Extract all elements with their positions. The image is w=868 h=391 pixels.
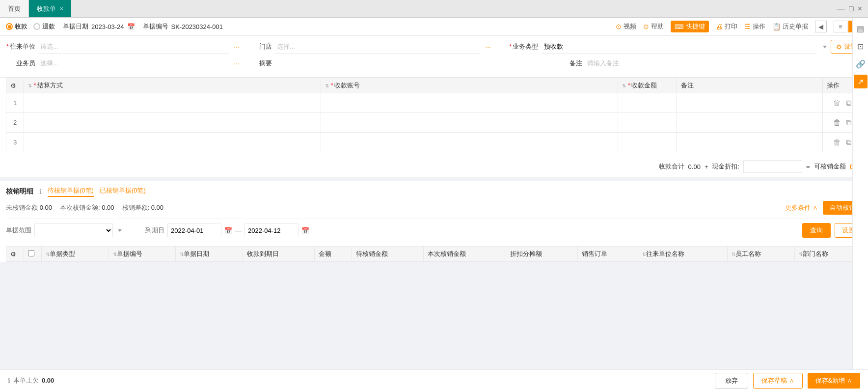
copy-icon[interactable]: ⧉ <box>844 99 853 107</box>
row-remark-1[interactable] <box>677 93 823 113</box>
window-maximize-icon[interactable]: □ <box>849 4 854 13</box>
data-table: ⚙ ⇅ *结算方式 ⇅ *收款账号 ⇅ *收款金额 备注 操作 <box>6 78 862 152</box>
btcol-dept: ⇅部门名称 <box>795 247 862 262</box>
sidebar-grid-icon[interactable]: ⊡ <box>854 39 868 53</box>
prev-icon: ◀ <box>818 23 823 30</box>
row-amount-1[interactable] <box>618 93 677 113</box>
unit-input[interactable] <box>38 40 229 54</box>
toolbar: 收款 退款 单据日期 2023-03-24 📅 单据编号 SK-20230324… <box>0 18 868 36</box>
unit-ellipsis[interactable]: ··· <box>232 43 242 51</box>
row-amount-2[interactable] <box>618 113 677 133</box>
remark-input[interactable] <box>585 56 862 70</box>
sidebar-table-icon[interactable]: ▤ <box>854 22 868 35</box>
copy-icon[interactable]: ⧉ <box>844 118 853 127</box>
agent-input[interactable] <box>38 56 229 70</box>
tab-close-icon[interactable]: × <box>60 5 63 12</box>
window-close-icon[interactable]: × <box>858 4 862 13</box>
video-btn[interactable]: ⊙ 视频 <box>616 22 636 31</box>
hx-info-icon[interactable]: ℹ <box>39 188 42 196</box>
history-btn[interactable]: 📋 历史单据 <box>772 22 808 31</box>
row-remark-3[interactable] <box>677 133 823 152</box>
window-minimize-icon[interactable]: — <box>837 4 845 13</box>
number-value[interactable]: SK-20230324-001 <box>171 23 223 30</box>
print-icon: 🖨 <box>716 23 723 30</box>
copy-icon[interactable]: ⧉ <box>844 138 853 146</box>
delete-icon[interactable]: 🗑 <box>832 99 842 107</box>
hx-tab-done[interactable]: 已核销单据(0笔) <box>100 186 146 197</box>
row-settlement-1[interactable] <box>24 93 321 113</box>
list-view-btn[interactable]: ≡ <box>834 21 847 32</box>
tab-home[interactable]: 首页 <box>0 0 29 17</box>
tab-shoukuan[interactable]: 收款单 × <box>29 0 71 17</box>
tab-shoukuan-label: 收款单 <box>37 4 56 13</box>
btcol-checkbox[interactable] <box>24 247 42 262</box>
table-row: 1 🗑 ⧉ <box>6 93 862 113</box>
shortcut-icon: ⌨ <box>675 23 684 30</box>
settings-icon2: ⚙ <box>10 251 16 258</box>
date-from-input[interactable] <box>167 223 221 237</box>
diff-label: 核销差额: <box>122 204 150 211</box>
unverified-stat: 未核销金额 0.00 <box>6 203 52 212</box>
btcol-settings[interactable]: ⚙ <box>6 247 24 262</box>
biz-type-chevron[interactable] <box>823 46 827 48</box>
row-remark-2[interactable] <box>677 113 823 133</box>
draft-button[interactable]: 保存草稿 ∧ <box>753 373 803 389</box>
save-new-button[interactable]: 保存&新增 ∧ <box>808 373 860 389</box>
video-label: 视频 <box>624 22 636 31</box>
radio-shoukuan-circle <box>6 23 13 30</box>
diff-value: 0.00 <box>151 204 163 211</box>
help-btn[interactable]: ⊙ 帮助 <box>643 22 664 31</box>
operate-btn[interactable]: ☰ 操作 <box>744 22 765 31</box>
range-filter: 单据范围 <box>6 223 122 237</box>
btcol-unit: ⇅往来单位名称 <box>638 247 728 262</box>
prev-btn[interactable]: ◀ <box>815 21 827 32</box>
hx-tab-pending[interactable]: 待核销单据(0笔) <box>48 186 94 197</box>
summary-input[interactable] <box>275 56 552 70</box>
delete-icon[interactable]: 🗑 <box>832 138 842 146</box>
footer-limit-value: 0.00 <box>42 377 54 384</box>
discount-input[interactable] <box>743 160 802 173</box>
more-conditions-btn[interactable]: 更多条件 ∧ <box>785 203 818 212</box>
delete-icon[interactable]: 🗑 <box>832 118 842 127</box>
select-all-checkbox[interactable] <box>28 250 34 256</box>
row-settlement-3[interactable] <box>24 133 321 152</box>
agent-field: 业务员 ··· <box>6 56 242 70</box>
store-input[interactable] <box>275 40 480 54</box>
unverified-value: 0.00 <box>40 204 52 211</box>
row-num-3: 3 <box>6 133 24 152</box>
date-to-input[interactable] <box>244 223 298 237</box>
abandon-button[interactable]: 放弃 <box>715 373 748 389</box>
radio-tuikuan[interactable]: 退款 <box>33 22 55 31</box>
cal-from-icon[interactable]: 📅 <box>224 227 232 234</box>
sidebar-link-icon[interactable]: 🔗 <box>854 57 868 71</box>
calendar-icon[interactable]: 📅 <box>127 23 135 30</box>
unverified-label: 未核销金额 <box>6 204 38 211</box>
btcol-due-date: 收款到期日 <box>243 247 315 262</box>
row-num-2: 2 <box>6 113 24 133</box>
sidebar-expand-icon[interactable]: ↗ <box>854 75 868 88</box>
hx-stats: 未核销金额 0.00 本次核销金额: 0.00 核销差额: 0.00 更多条件 … <box>6 201 862 215</box>
tab-bar-right: — □ × <box>837 4 868 13</box>
history-icon: 📋 <box>772 23 781 30</box>
col-settings-header[interactable]: ⚙ <box>6 78 24 93</box>
number-label: 单据编号 <box>143 22 168 31</box>
store-ellipsis[interactable]: ··· <box>483 43 493 51</box>
btcol-amount: 金额 <box>314 247 352 262</box>
row-settlement-2[interactable] <box>24 113 321 133</box>
shortcut-btn[interactable]: ⌨ 快捷键 <box>671 21 709 32</box>
row-account-3[interactable] <box>321 133 618 152</box>
biz-type-field: *业务类型 预收款 ⚙ 设置 <box>509 40 862 54</box>
range-select[interactable] <box>34 223 113 237</box>
row-amount-3[interactable] <box>618 133 677 152</box>
date-value[interactable]: 2023-03-24 <box>91 23 124 30</box>
footer-info-icon[interactable]: ℹ <box>8 377 10 384</box>
radio-shoukuan[interactable]: 收款 <box>6 22 27 31</box>
agent-ellipsis[interactable]: ··· <box>232 59 242 67</box>
row-account-2[interactable] <box>321 113 618 133</box>
cal-to-icon[interactable]: 📅 <box>301 227 309 234</box>
row-account-1[interactable] <box>321 93 618 113</box>
query-button[interactable]: 查询 <box>802 223 831 238</box>
print-btn[interactable]: 🖨 打印 <box>716 22 737 31</box>
biz-type-value[interactable]: 预收款 <box>542 40 817 54</box>
summary-field: 摘要 <box>257 56 552 70</box>
